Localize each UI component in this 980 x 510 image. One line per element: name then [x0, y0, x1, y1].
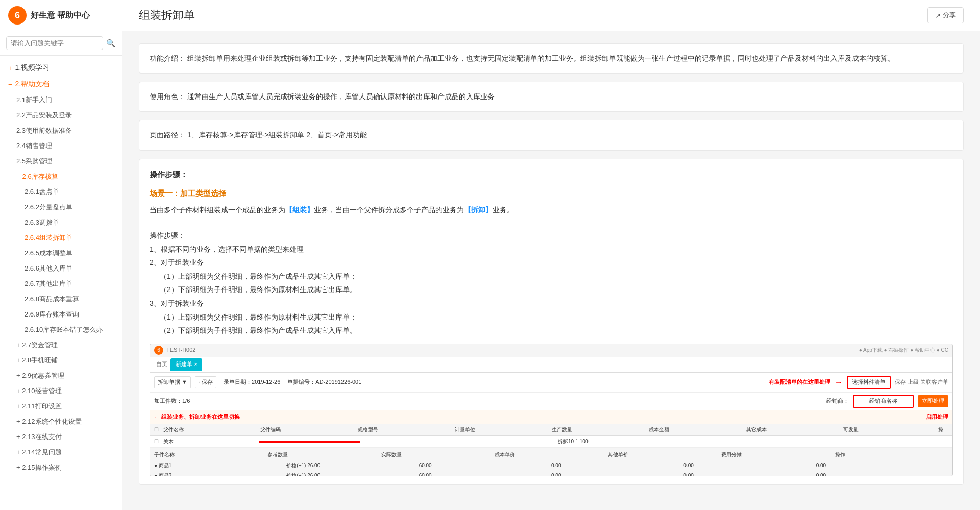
- step2: 2、对于组装业务: [150, 256, 953, 270]
- sub-td-c21: 0.00: [551, 471, 683, 476]
- step3-2: （2）下部明细为子件明细，最终作为产成品生成其它入库单。: [150, 324, 953, 337]
- sidebar-item-cost-adjust[interactable]: 2.6.5成本调整单: [0, 246, 122, 261]
- sub-th-actual: 实际数量: [381, 450, 495, 459]
- sidebar-item-stocktake[interactable]: 2.6.1盘点单: [0, 184, 122, 200]
- sub-row-2: ● 商品2 价格(+1) 26.00 60.00 0.00 0.00 0.00: [154, 471, 948, 476]
- sidebar-item-cost-recalc[interactable]: 2.6.8商品成本重算: [0, 292, 122, 307]
- mock-select-btn: 选择料件清单: [847, 376, 891, 389]
- sidebar-item-purchase[interactable]: 2.5采购管理: [0, 154, 122, 169]
- share-icon: ↗: [935, 12, 941, 19]
- th-check: ☐: [154, 425, 161, 434]
- sub-td-c1: 0.00: [551, 461, 683, 470]
- scenario-label: 场景一：加工类型选择: [150, 186, 953, 200]
- mock-form-header: 拆卸单据 ▼ · 保存 录单日期：2019-12-26 单据编号：AD-2019…: [150, 373, 952, 393]
- sub-td-actual2: 60.00: [419, 471, 551, 476]
- mock-table-row-1: ☐ 关木 拆拆10-1 100: [150, 436, 952, 448]
- search-input[interactable]: [6, 36, 103, 50]
- sidebar-item-partial-stocktake[interactable]: 2.6.2分量盘点单: [0, 200, 122, 215]
- mock-enable-annotation: 启用处理: [926, 412, 948, 422]
- main-header: 组装拆卸单 ↗ 分享: [122, 0, 980, 31]
- sidebar-item-stock-ledger[interactable]: 2.6.9库存账本查询: [0, 307, 122, 322]
- mock-num-label: 加工件数：1/6: [154, 396, 190, 406]
- search-icon[interactable]: 🔍: [106, 39, 116, 48]
- mock-tab-new: 新建单 ×: [170, 358, 202, 371]
- th-avail: 可发量: [841, 425, 938, 434]
- mock-annotation-1: 有装配清单的在这里处理: [769, 377, 830, 387]
- content-area: 功能介绍： 组装拆卸单用来处理企业组装或拆卸等加工业务，支持有固定装配清单的产品…: [122, 31, 980, 510]
- mock-sub-rows: 子件名称 参考数量 实际数量 成本单价 其他单价 费用分摊 操作 ● 商品1 价…: [154, 450, 948, 476]
- sidebar-item-ledger-fix[interactable]: 2.6.10库存账本错了怎么办: [0, 322, 122, 337]
- sidebar-item-faq[interactable]: + 2.14常见问题: [0, 445, 122, 460]
- role-label: 使用角色：: [150, 92, 185, 101]
- mock-tabs: 自页 新建单 ×: [150, 357, 952, 373]
- th-cost: 成本金额: [647, 425, 744, 434]
- sub-td-ref1: 价格(+1) 26.00: [286, 461, 419, 470]
- sidebar-item-finance[interactable]: + 2.7资金管理: [0, 337, 122, 353]
- sidebar-item-mobile[interactable]: + 2.8手机旺铺: [0, 353, 122, 368]
- step1: 1、根据不同的业务，选择不同单据的类型来处理: [150, 242, 953, 256]
- sidebar-item-payment[interactable]: + 2.13在线支付: [0, 429, 122, 445]
- sidebar-item-other-in[interactable]: 2.6.6其他入库单: [0, 261, 122, 276]
- screenshot-image: 6 TEST-H002 ● App下载 ● 右磁操作 ● 帮助中心 ● CC 自…: [150, 344, 953, 476]
- sidebar-item-new-user[interactable]: 2.1新手入门: [0, 92, 122, 108]
- role-text: 通常由生产人员或库管人员完成拆装业务的操作，库管人员确认原材料的出库和产成品的入…: [187, 92, 495, 101]
- minus-small-icon: −: [16, 173, 20, 181]
- sidebar-item-data-prep[interactable]: 2.3使用前数据准备: [0, 123, 122, 138]
- sidebar-item-install[interactable]: 2.2产品安装及登录: [0, 108, 122, 123]
- mock-topbar-text: TEST-H002: [166, 345, 195, 355]
- td-qty: 拆拆10-1 100: [556, 437, 654, 446]
- nav-list: + 1.视频学习 − 2.帮助文档 2.1新手入门 2.2产品安装及登录 2.3…: [0, 56, 122, 510]
- step3: 3、对于拆装业务: [150, 297, 953, 310]
- sidebar-item-assembly[interactable]: 2.6.4组装拆卸单: [0, 230, 122, 246]
- mock-table-header: ☐ 父件名称 父件编码 规格型号 计量单位 生产数量 成本金额 其它成本 可发量…: [150, 424, 952, 436]
- mock-dealer-input: 经销商名称: [853, 395, 914, 408]
- mock-tab-home: 自页: [153, 359, 170, 370]
- sub-td-name1: ● 商品1: [154, 461, 286, 470]
- step2-2: （2）下部明细为子件明细，最终作为原材料生成其它出库单。: [150, 283, 953, 297]
- th-other-cost: 其它成本: [744, 425, 841, 434]
- function-intro-block: 功能介绍： 组装拆卸单用来处理企业组装或拆卸等加工业务，支持有固定装配清单的产品…: [139, 43, 964, 74]
- th-spec: 规格型号: [356, 425, 453, 434]
- sidebar-item-customize[interactable]: + 2.12系统个性化设置: [0, 414, 122, 429]
- sidebar-item-ops[interactable]: + 2.10经营管理: [0, 383, 122, 399]
- sidebar-item-cases[interactable]: + 2.15操作案例: [0, 460, 122, 475]
- search-box: 🔍: [0, 31, 122, 56]
- sub-td-c3: 0.00: [816, 461, 948, 470]
- function-intro-label: 功能介绍：: [150, 54, 185, 62]
- mock-arrow-1: →: [835, 375, 843, 390]
- td-parent-code: [259, 441, 359, 443]
- path-block: 页面路径： 1、库存核算->库存管理->组装拆卸单 2、首页->常用功能: [139, 120, 964, 150]
- page-title: 组装拆卸单: [139, 8, 195, 23]
- mock-switch-annotation: ← 组装业务、拆卸业务在这里切换: [154, 412, 240, 422]
- mock-annotation-row: ← 组装业务、拆卸业务在这里切换 启用处理: [150, 410, 952, 424]
- sidebar-item-print[interactable]: + 2.11打印设置: [0, 399, 122, 414]
- sub-td-actual1: 60.00: [419, 461, 551, 470]
- sidebar-header: 6 好生意 帮助中心: [0, 0, 122, 31]
- sidebar-item-coupon[interactable]: + 2.9优惠券管理: [0, 368, 122, 383]
- sub-td-c2: 0.00: [683, 461, 816, 470]
- mock-order-no: 单据编号：AD-20191226-001: [287, 377, 361, 387]
- sidebar-item-inventory[interactable]: − 2.6库存核算: [0, 169, 122, 184]
- sub-th-cost1: 成本单价: [495, 450, 608, 459]
- sub-th-name: 子件名称: [154, 450, 267, 459]
- ops-label: 操作步骤：: [150, 167, 953, 181]
- share-button[interactable]: ↗ 分享: [927, 7, 964, 23]
- sidebar-item-label: 1.视频学习: [15, 63, 50, 72]
- sub-th-ops: 操作: [835, 450, 948, 459]
- path-text: 1、库存核算->库存管理->组装拆卸单 2、首页->常用功能: [187, 131, 367, 139]
- role-block: 使用角色： 通常由生产人员或库管人员完成拆装业务的操作，库管人员确认原材料的出库…: [139, 82, 964, 112]
- plus-icon: +: [8, 64, 12, 72]
- sub-td-name2: ● 商品2: [154, 471, 286, 476]
- mock-dealer-label: 经销商：: [826, 396, 849, 406]
- mock-type-select: 拆卸单据 ▼: [154, 376, 191, 388]
- sidebar-item-videos[interactable]: + 1.视频学习: [0, 60, 122, 76]
- step2-1: （1）上部明细为父件明细，最终作为产成品生成其它入库单；: [150, 270, 953, 283]
- sidebar-item-transfer[interactable]: 2.6.3调拨单: [0, 215, 122, 230]
- sidebar-item-docs[interactable]: − 2.帮助文档: [0, 76, 122, 92]
- ops-block: 操作步骤： 场景一：加工类型选择 当由多个子件材料组装成一个成品的业务为【组装】…: [139, 159, 964, 485]
- sidebar-item-other-out[interactable]: 2.6.7其他出库单: [0, 276, 122, 292]
- sidebar-item-sales[interactable]: 2.4销售管理: [0, 138, 122, 154]
- th-qty: 生产数量: [550, 425, 647, 434]
- path-label: 页面路径：: [150, 131, 185, 139]
- main-content: 组装拆卸单 ↗ 分享 功能介绍： 组装拆卸单用来处理企业组装或拆卸等加工业务，支…: [122, 0, 980, 510]
